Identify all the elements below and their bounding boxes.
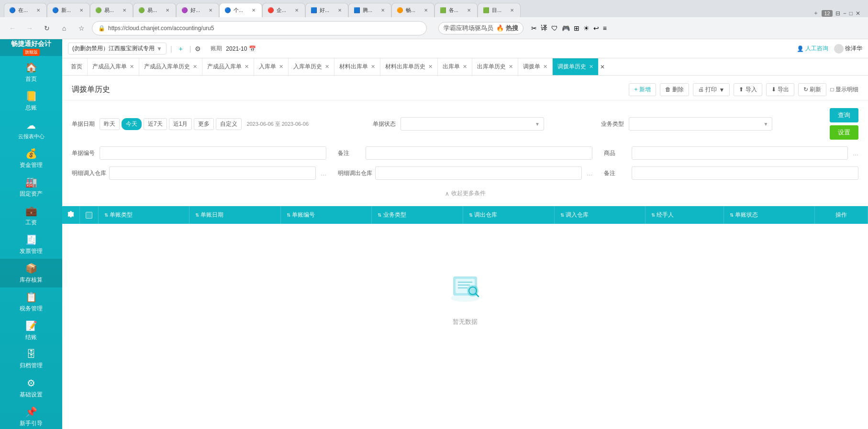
- page-tab-home[interactable]: 首页: [66, 58, 88, 76]
- browser-tab-3[interactable]: 🟢 易... ✕: [90, 3, 133, 17]
- browser-tab-4[interactable]: 🟢 易... ✕: [133, 3, 176, 17]
- th-gear[interactable]: [62, 206, 79, 224]
- add-company-button[interactable]: +: [176, 44, 186, 54]
- page-tab-pt9[interactable]: 出库单 ✕: [438, 58, 472, 76]
- sidebar-item-guide[interactable]: 📌 新手引导: [0, 402, 62, 429]
- page-tab-pt7-close[interactable]: ✕: [371, 64, 375, 70]
- filter-goods-input[interactable]: [632, 146, 848, 160]
- tab-close-9[interactable]: ✕: [379, 7, 386, 14]
- browser-tab-8[interactable]: 🟦 好... ✕: [305, 3, 348, 17]
- settings-button[interactable]: 设置: [830, 125, 858, 140]
- grid-icon[interactable]: ⊞: [574, 24, 579, 32]
- filter-voucherno-input[interactable]: [100, 146, 326, 160]
- filter-detail-in-input[interactable]: [109, 166, 316, 180]
- shield-icon[interactable]: 🛡: [551, 24, 558, 32]
- print-button[interactable]: 🖨 打印 ▼: [693, 83, 730, 96]
- tab-close-1[interactable]: ✕: [35, 7, 42, 14]
- forward-button[interactable]: →: [23, 22, 36, 35]
- minimize-icon[interactable]: −: [843, 10, 846, 17]
- date-btn-7days[interactable]: 近7天: [144, 118, 167, 130]
- tab-close-8[interactable]: ✕: [336, 7, 343, 14]
- th-voucher-date[interactable]: ⇅ 单账日期: [189, 206, 281, 224]
- page-tab-pt6[interactable]: 入库单历史 ✕: [289, 58, 334, 76]
- collapse-button[interactable]: ∧ 收起更多条件: [445, 189, 486, 198]
- browser-tab-9[interactable]: 🟦 腾... ✕: [348, 3, 391, 17]
- tab-close-12[interactable]: ✕: [509, 7, 515, 14]
- tab-menu-icon[interactable]: ⊟: [835, 10, 840, 17]
- page-tab-pt11-close[interactable]: ✕: [543, 64, 547, 70]
- tab-close-4[interactable]: ✕: [164, 7, 171, 14]
- sidebar-item-wage[interactable]: 💼 工资: [0, 201, 62, 230]
- th-voucher-type[interactable]: ⇅ 单账类型: [98, 206, 189, 224]
- sidebar-item-invoice[interactable]: 🧾 发票管理: [0, 230, 62, 259]
- maximize-icon[interactable]: □: [849, 10, 853, 17]
- page-tab-pt8[interactable]: 材料出库单历史 ✕: [380, 58, 438, 76]
- browser-tab-1[interactable]: 🔵 在... ✕: [4, 3, 47, 17]
- cut-icon[interactable]: ✂: [531, 24, 537, 32]
- url-box[interactable]: 🔒 https://cloud.chanjet.com/accounting/u…: [92, 21, 427, 35]
- window-close-icon[interactable]: ✕: [856, 10, 860, 17]
- page-tab-pt6-close[interactable]: ✕: [325, 64, 329, 70]
- export-button[interactable]: ⬇ 导出: [766, 83, 794, 96]
- brightness-icon[interactable]: ☀: [583, 24, 590, 32]
- page-tab-pt7[interactable]: 材料出库单 ✕: [334, 58, 380, 76]
- page-tab-pt5[interactable]: 入库单 ✕: [254, 58, 289, 76]
- th-status[interactable]: ⇅ 单账状态: [723, 206, 815, 224]
- page-tab-pt10[interactable]: 出库单历史 ✕: [472, 58, 518, 76]
- detail-in-picker-icon[interactable]: ...: [321, 169, 326, 177]
- back-button[interactable]: ←: [6, 22, 19, 35]
- page-tab-pt3[interactable]: 产成品入库单历史 ✕: [139, 58, 202, 76]
- goods-picker-icon[interactable]: ...: [853, 149, 858, 157]
- filter-detail-out-input[interactable]: [375, 166, 582, 180]
- browser-tab-11[interactable]: 🟩 各... ✕: [434, 3, 478, 17]
- th-operator[interactable]: ⇅ 经手人: [645, 206, 723, 224]
- sidebar-item-home[interactable]: 🏠 首页: [0, 58, 62, 87]
- page-tab-pt8-close[interactable]: ✕: [428, 64, 433, 70]
- th-out-warehouse[interactable]: ⇅ 调出仓库: [463, 206, 554, 224]
- customer-service-button[interactable]: 👤 人工咨询: [797, 44, 828, 53]
- calendar-icon[interactable]: 📅: [249, 45, 256, 52]
- undo-icon[interactable]: ↩: [593, 24, 599, 32]
- sidebar-item-ledger[interactable]: 📒 总账: [0, 87, 62, 115]
- sidebar-item-report[interactable]: ☁ 云报表中心: [0, 115, 62, 144]
- browser-tab-2[interactable]: 🔵 新... ✕: [47, 3, 90, 17]
- delete-button[interactable]: 🗑 删除: [660, 83, 689, 96]
- date-btn-custom[interactable]: 自定义: [216, 118, 242, 130]
- sidebar-item-tax[interactable]: 📋 税务管理: [0, 287, 62, 316]
- detail-out-picker-icon[interactable]: ...: [587, 169, 592, 177]
- query-button[interactable]: 查询: [830, 108, 858, 122]
- page-tab-pt2-close[interactable]: ✕: [130, 64, 134, 70]
- game-icon[interactable]: 🎮: [562, 24, 570, 32]
- tab-close-5[interactable]: ✕: [207, 7, 214, 14]
- page-tab-pt10-close[interactable]: ✕: [509, 64, 513, 70]
- sidebar-item-fund[interactable]: 💰 资金管理: [0, 144, 62, 173]
- date-btn-today[interactable]: 今天: [122, 118, 142, 130]
- page-tab-pt9-close[interactable]: ✕: [463, 64, 467, 70]
- filter-business-select[interactable]: ▼: [629, 117, 772, 131]
- new-tab-icon[interactable]: ＋: [813, 9, 819, 17]
- browser-tab-7[interactable]: 🔴 企... ✕: [262, 3, 305, 17]
- th-voucher-no[interactable]: ⇅ 单账编号: [280, 206, 372, 224]
- date-btn-more[interactable]: 更多: [194, 118, 214, 130]
- date-btn-yesterday[interactable]: 昨天: [100, 118, 120, 130]
- browser-tab-5[interactable]: 🟣 好... ✕: [176, 3, 219, 17]
- sidebar-item-fixed[interactable]: 🏭 固定资产: [0, 173, 62, 201]
- browser-tab-12[interactable]: 🟩 目... ✕: [478, 3, 521, 17]
- page-tab-pt3-close[interactable]: ✕: [193, 64, 197, 70]
- home-browser-button[interactable]: ⌂: [57, 22, 71, 35]
- page-tab-pt5-close[interactable]: ✕: [279, 64, 283, 70]
- page-tab-pt2[interactable]: 产成品入库单 ✕: [88, 58, 139, 76]
- header-checkbox[interactable]: [86, 212, 92, 219]
- refresh-button[interactable]: ↻ 刷新: [798, 83, 826, 96]
- page-tab-pt4-close[interactable]: ✕: [245, 64, 249, 70]
- sidebar-item-inventory[interactable]: 📦 库存核算: [0, 259, 62, 287]
- tab-close-active[interactable]: ✕: [250, 7, 257, 14]
- browser-search[interactable]: 学霸应聘场驱鸟员 🔥 热搜: [438, 22, 523, 34]
- page-tab-pt12-close[interactable]: ✕: [589, 64, 593, 70]
- refresh-browser-button[interactable]: ↻: [40, 22, 54, 35]
- sidebar-item-settle[interactable]: 📝 结账: [0, 316, 62, 345]
- page-tab-pt11[interactable]: 调拨单 ✕: [518, 58, 553, 76]
- tab-close-11[interactable]: ✕: [466, 7, 472, 14]
- tab-close-2[interactable]: ✕: [78, 7, 85, 14]
- tab-close-3[interactable]: ✕: [121, 7, 128, 14]
